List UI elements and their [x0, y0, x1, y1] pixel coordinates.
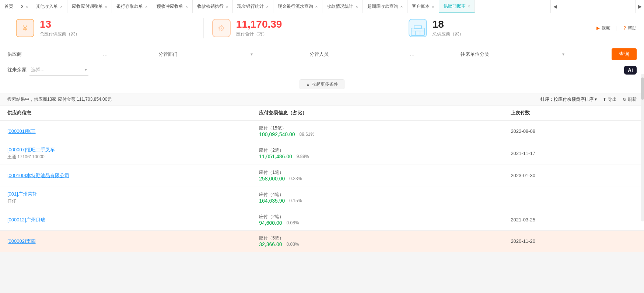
export-button[interactable]: ⬆ 导出 — [603, 96, 617, 103]
refresh-icon: ↻ — [623, 97, 626, 102]
nav-tab-3[interactable]: 3 × — [18, 0, 31, 13]
transaction-cell: 应付（2笔） 11,051,486.00 9.89% — [259, 147, 511, 159]
supplier-link[interactable]: [001]广州荣轩 — [7, 191, 259, 197]
filter-row-1: 供应商 ... 分管部门 ▾ 分管人员 ... 往来单位分类 ▾ 查询 — [7, 48, 637, 60]
supplier-info-cell: [000100]本特勤油品有限公司 — [7, 172, 259, 179]
supplier-info-cell: [000007]恒旺二手叉车 王通 17106110000 — [7, 146, 259, 160]
transaction-cell: 应付（2笔） 94,600.00 0.08% — [259, 214, 511, 226]
scrollbar-thumb[interactable] — [641, 77, 644, 100]
nav-tab-cash-bank-stat-label: 现金银行统计 — [237, 3, 264, 10]
transaction-amount[interactable]: 32,366.00 — [259, 241, 282, 247]
person-input[interactable] — [332, 48, 405, 60]
last-payment-date: 2023-01-30 — [511, 173, 535, 178]
table-header-row: 供应商信息 应付交易信息（占比） 上次付数 — [0, 106, 644, 121]
supplier-link[interactable]: [000100]本特勤油品有限公司 — [7, 172, 259, 179]
nav-tab-collection-stat-close[interactable]: × — [356, 4, 358, 9]
nav-tab-overdue-query-close[interactable]: × — [400, 4, 403, 9]
last-payment-date: 2021-11-17 — [511, 151, 535, 156]
nav-tab-payment-verify-close[interactable]: × — [226, 4, 228, 9]
nav-tab-ap-adjust-close[interactable]: × — [105, 4, 107, 9]
transaction-amount[interactable]: 258,000.00 — [259, 176, 285, 182]
col-header-transaction: 应付交易信息（占比） — [259, 110, 511, 116]
ap-suppliers-label: 总应付供应商（家） — [40, 31, 80, 37]
supplier-input[interactable] — [25, 48, 98, 60]
nav-tab-ap-adjust[interactable]: 应收应付调整单 × — [67, 0, 112, 13]
summary-card-total-suppliers: 18 总供应商（家） — [400, 18, 596, 38]
nav-tab-bank-deposit-close[interactable]: × — [145, 4, 147, 9]
collapse-button[interactable]: ▲ 收起更多条件 — [300, 79, 344, 89]
last-payment-date: 2020-11-20 — [511, 238, 535, 244]
nav-tab-overdue-query[interactable]: 超期应收款查询 × — [363, 0, 407, 13]
total-suppliers-icon — [407, 18, 428, 38]
nav-tab-supplier-account-close[interactable]: × — [468, 4, 470, 8]
nav-tab-supplier-account[interactable]: 供应商账本 × — [439, 0, 475, 13]
summary-bar: ¥ 13 总应付供应商（家） ⚙ 11,170.39 应付合计（万） — [0, 13, 644, 43]
nav-tab-advance-collect-label: 预收冲应收单 — [157, 3, 183, 10]
category-select[interactable]: ▾ — [492, 48, 566, 60]
nav-tab-payment-verify[interactable]: 收款核销执行 × — [193, 0, 233, 13]
nav-tab-customer-account[interactable]: 客户账本 × — [407, 0, 439, 13]
col-header-last-payment: 上次付数 — [511, 110, 637, 116]
help-question-icon: ? — [623, 25, 626, 31]
nav-tab-cash-bank-stat-close[interactable]: × — [266, 4, 268, 9]
supplier-link[interactable]: [000012]广州贝瑞 — [7, 217, 259, 223]
nav-tab-advance-collect[interactable]: 预收冲应收单 × — [152, 0, 192, 13]
summary-card-ap-suppliers: ¥ 13 总应付供应商（家） — [7, 18, 204, 38]
video-link[interactable]: ▶ 视频 — [596, 25, 610, 31]
last-payment-cell: 2021-03-25 — [511, 217, 637, 223]
transaction-pct: 0.03% — [286, 242, 299, 247]
table-row: [000001]张三 应付（15笔） 100,092,540.00 89.61%… — [0, 121, 644, 142]
nav-right-arrow[interactable]: ▶ — [635, 0, 644, 13]
transaction-amount[interactable]: 164,635.90 — [259, 198, 285, 204]
category-dropdown-icon: ▾ — [562, 52, 564, 57]
nav-tab-cash-bank-flow[interactable]: 现金银行流水查询 × — [273, 0, 322, 13]
nav-tab-other-income-close[interactable]: × — [60, 4, 62, 9]
summary-info-ap-suppliers: 13 总应付供应商（家） — [40, 19, 80, 37]
transaction-label: 应付（2笔） — [259, 147, 511, 154]
sort-icon: ▾ — [595, 97, 597, 102]
ap-total-number: 11,170.39 — [236, 19, 282, 30]
table-row: [001]广州荣轩 仔仔 应付（4笔） 164,635.90 0.15% — [0, 186, 644, 209]
ai-badge[interactable]: Ai — [624, 66, 637, 75]
svg-text:⚙: ⚙ — [218, 24, 225, 33]
table-row: [000007]恒旺二手叉车 王通 17106110000 应付（2笔） 11,… — [0, 142, 644, 165]
nav-tab-collection-stat[interactable]: 收款情况统计 × — [322, 0, 363, 13]
nav-tab-supplier-account-label: 供应商账本 — [444, 3, 466, 9]
balance-filter-label: 往来余额 — [7, 66, 27, 73]
nav-tab-3-close[interactable]: × — [26, 4, 28, 9]
nav-tab-collection-stat-label: 收款情况统计 — [327, 3, 353, 10]
nav-tab-home[interactable]: 首页 — [0, 0, 18, 13]
transaction-amount[interactable]: 11,051,486.00 — [259, 154, 292, 159]
supplier-link[interactable]: [000007]恒旺二手叉车 — [7, 146, 259, 153]
last-payment-cell: 2021-11-17 — [511, 151, 637, 156]
refresh-button[interactable]: ↻ 刷新 — [623, 96, 637, 103]
sort-label: 排序：按应付余额倒序排序 — [540, 97, 594, 102]
supplier-link[interactable]: [000002]李四 — [7, 238, 259, 245]
balance-select[interactable]: 选择... ▾ — [29, 64, 88, 76]
department-select[interactable]: ▾ — [181, 48, 254, 60]
result-summary-text: 搜索结果中，供应商13家 应付金额 111,703,854.00元 — [7, 96, 112, 103]
filter-area: 供应商 ... 分管部门 ▾ 分管人员 ... 往来单位分类 ▾ 查询 — [0, 43, 644, 93]
supplier-info-cell: [000002]李四 — [7, 238, 259, 245]
sort-select[interactable]: 排序：按应付余额倒序排序 ▾ — [540, 96, 597, 103]
nav-tab-cash-bank-stat[interactable]: 现金银行统计 × — [233, 0, 273, 13]
supplier-link[interactable]: [000001]张三 — [7, 128, 259, 135]
scrollbar[interactable] — [641, 74, 644, 221]
help-link[interactable]: ? 帮助 — [623, 25, 637, 31]
nav-tab-advance-collect-close[interactable]: × — [185, 4, 188, 9]
filter-item-category: 往来单位分类 ▾ — [461, 48, 606, 60]
nav-tab-bank-deposit[interactable]: 银行存取款单 × — [112, 0, 152, 13]
nav-left-arrow[interactable]: ◀ — [550, 0, 559, 13]
query-button[interactable]: 查询 — [612, 48, 637, 60]
transaction-amount[interactable]: 100,092,540.00 — [259, 131, 295, 137]
nav-tab-customer-account-close[interactable]: × — [432, 4, 434, 9]
nav-tab-cash-bank-flow-close[interactable]: × — [315, 4, 318, 9]
filter-row-2: 往来余额 选择... ▾ — [7, 64, 637, 76]
filter-item-department: 分管部门 ▾ — [158, 48, 304, 60]
transaction-pct: 89.61% — [300, 132, 315, 137]
ai-badge-label: Ai — [628, 67, 633, 73]
last-payment-cell: 2022-08-08 — [511, 128, 637, 134]
nav-tab-other-income[interactable]: 其他收入单 × — [31, 0, 67, 13]
transaction-amount[interactable]: 94,600.00 — [259, 220, 282, 226]
summary-card-ap-total: ⚙ 11,170.39 应付合计（万） — [204, 18, 400, 38]
